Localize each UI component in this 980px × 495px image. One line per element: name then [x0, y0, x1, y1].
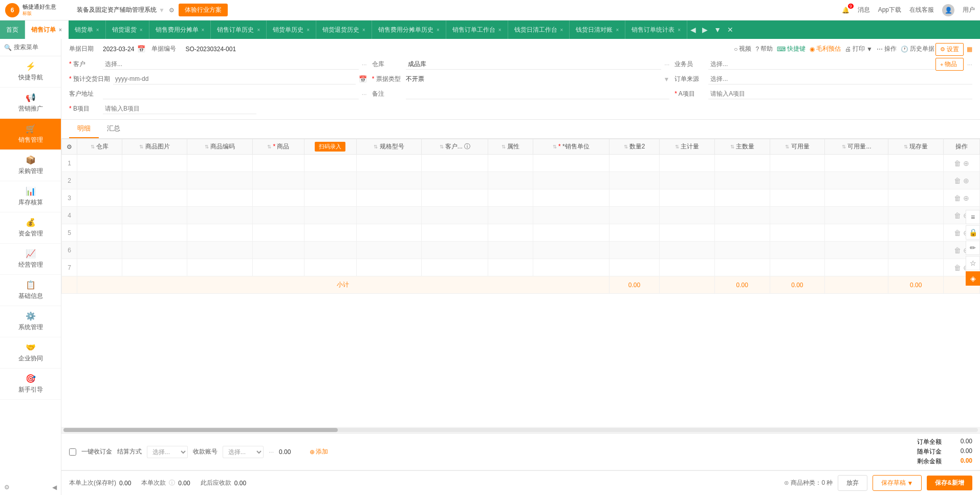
- row2-copy-btn[interactable]: ⊕: [963, 177, 969, 185]
- sidebar-item-finance[interactable]: 💰 资金管理: [0, 212, 61, 244]
- delivery-calendar-icon[interactable]: 📅: [359, 75, 367, 83]
- th-gear[interactable]: ⚙: [62, 139, 77, 155]
- tab-close-cash-workbench[interactable]: ×: [560, 27, 563, 33]
- tab-delivery-history[interactable]: 销货单历史 ×: [267, 20, 316, 39]
- row1-code[interactable]: [187, 155, 253, 172]
- row1-spec[interactable]: [356, 155, 422, 172]
- row1-name[interactable]: [252, 155, 304, 172]
- tab-nav-left[interactable]: ◀: [687, 26, 699, 34]
- row2-warehouse[interactable]: [77, 172, 122, 189]
- b-project-input[interactable]: [103, 103, 256, 114]
- tab-return[interactable]: 销货退货 ×: [106, 20, 149, 39]
- tab-close-reconcile[interactable]: ×: [616, 27, 619, 33]
- view-btn[interactable]: ○ 视频: [734, 45, 751, 53]
- float-btn-list[interactable]: ≡: [966, 210, 980, 224]
- row2-main-qty[interactable]: [714, 172, 770, 189]
- history-btn[interactable]: 🕐 历史单据: [901, 45, 934, 53]
- row2-customer-code[interactable]: [422, 172, 488, 189]
- tab-close-fee-history[interactable]: ×: [437, 27, 440, 33]
- profit-btn[interactable]: ◉ 毛利预估: [810, 45, 841, 53]
- notice-area[interactable]: 🔔 9: [842, 7, 850, 14]
- row1-customer-code[interactable]: [422, 155, 488, 172]
- discard-button[interactable]: 放弃: [838, 475, 867, 491]
- tab-close-fee-split[interactable]: ×: [202, 27, 205, 33]
- scan-button[interactable]: 扫码录入: [315, 142, 345, 152]
- row2-attr[interactable]: [488, 172, 533, 189]
- sidebar-item-purchase[interactable]: 📦 采购管理: [0, 150, 61, 181]
- sidebar-item-marketing[interactable]: 📢 营销推广: [0, 88, 61, 119]
- row5-delete-btn[interactable]: 🗑: [954, 229, 961, 237]
- customer-input[interactable]: [103, 59, 359, 70]
- settings-button[interactable]: ⚙ 设置: [935, 43, 964, 56]
- sidebar-item-system[interactable]: ⚙️ 系统管理: [0, 306, 61, 337]
- row3-copy-btn[interactable]: ⊕: [963, 194, 969, 202]
- tab-return-history[interactable]: 销货退货历史 ×: [316, 20, 372, 39]
- table-scrollbar[interactable]: [61, 427, 980, 433]
- ticket-dropdown-icon[interactable]: ▼: [663, 76, 669, 83]
- float-btn-special[interactable]: ◈: [966, 271, 980, 286]
- tab-close-sales-order[interactable]: ×: [59, 27, 62, 33]
- staff-dots[interactable]: ···: [967, 61, 972, 68]
- row2-delete-btn[interactable]: 🗑: [954, 177, 961, 185]
- address-dots[interactable]: ···: [362, 91, 367, 98]
- staff-input[interactable]: [708, 59, 964, 70]
- row7-delete-btn[interactable]: 🗑: [954, 264, 961, 272]
- row2-unit[interactable]: [533, 172, 609, 189]
- sidebar-settings-icon[interactable]: ⚙: [4, 484, 10, 491]
- tab-nav-right[interactable]: ▶: [699, 26, 711, 34]
- row2-code[interactable]: [187, 172, 253, 189]
- float-btn-lock[interactable]: 🔒: [966, 225, 980, 240]
- th-scan[interactable]: 扫码录入: [304, 139, 356, 155]
- sidebar-item-quicknav[interactable]: ⚡ 快捷导航: [0, 56, 61, 88]
- tab-cash-workbench[interactable]: 钱货日清工作台 ×: [508, 20, 570, 39]
- settlement-select[interactable]: 选择...: [147, 446, 188, 458]
- tab-order-history[interactable]: 销售订单历史 ×: [211, 20, 267, 39]
- row2-qty2[interactable]: [609, 172, 660, 189]
- row3-delete-btn[interactable]: 🗑: [954, 194, 961, 202]
- row1-copy-btn[interactable]: ⊕: [963, 159, 969, 167]
- float-btn-edit[interactable]: ✏: [966, 241, 980, 255]
- row4-delete-btn[interactable]: 🗑: [954, 211, 961, 220]
- row1-unit[interactable]: [533, 155, 609, 172]
- tab-sales-delivery[interactable]: 销货单 ×: [69, 20, 106, 39]
- tab-close-sales-delivery[interactable]: ×: [96, 27, 99, 33]
- tab-close-workbench[interactable]: ×: [498, 27, 502, 33]
- tab-close-return-history[interactable]: ×: [362, 27, 365, 33]
- industry-button[interactable]: 体验行业方案: [179, 4, 228, 16]
- tab-close-stats[interactable]: ×: [678, 27, 681, 33]
- tab-nav-close[interactable]: ✕: [724, 26, 736, 34]
- sidebar-item-base[interactable]: 📋 基础信息: [0, 275, 61, 306]
- tab-close-order-history[interactable]: ×: [257, 27, 260, 33]
- sidebar-search[interactable]: 🔍 搜索菜单: [0, 39, 61, 56]
- account-dots[interactable]: ···: [269, 448, 274, 456]
- tab-reconcile[interactable]: 钱货日清对账 ×: [570, 20, 625, 39]
- row1-delete-btn[interactable]: 🗑: [954, 159, 961, 167]
- one-key-checkbox[interactable]: [69, 448, 76, 456]
- tab-home[interactable]: 首页: [0, 20, 25, 39]
- scroll-track[interactable]: [63, 428, 978, 432]
- save-draft-button[interactable]: 保存草稿 ▼: [873, 475, 922, 491]
- row3-warehouse[interactable]: [77, 189, 122, 207]
- float-btn-star[interactable]: ☆: [966, 256, 980, 270]
- row1-warehouse[interactable]: [77, 155, 122, 172]
- tab-fee-split[interactable]: 销售费用分摊单 ×: [149, 20, 211, 39]
- sidebar-item-collab[interactable]: 🤝 企业协同: [0, 337, 61, 369]
- sidebar-item-guide[interactable]: 🎯 新手引导: [0, 369, 61, 400]
- delivery-input[interactable]: [113, 74, 356, 84]
- scroll-thumb[interactable]: [63, 428, 338, 432]
- tab-sales-order[interactable]: 销售订单 ×: [25, 20, 69, 39]
- tab-fee-history[interactable]: 销售费用分摊单历史 ×: [372, 20, 446, 39]
- save-new-button[interactable]: 保存&新增: [927, 476, 972, 490]
- tab-summary[interactable]: 汇总: [99, 120, 128, 138]
- tab-workbench[interactable]: 销售订单工作台 ×: [446, 20, 508, 39]
- order-source-input[interactable]: [708, 74, 972, 84]
- row2-name[interactable]: [252, 172, 304, 189]
- sidebar-collapse-btn[interactable]: ◀: [52, 484, 57, 491]
- row1-main-qty[interactable]: [714, 155, 770, 172]
- save-draft-dropdown-icon[interactable]: ▼: [907, 480, 913, 487]
- warehouse-input[interactable]: [406, 59, 662, 70]
- a-project-input[interactable]: [708, 89, 972, 99]
- remark-input[interactable]: [406, 89, 670, 99]
- operation-btn[interactable]: ⋯ 操作: [877, 45, 897, 53]
- add-payment-btn[interactable]: ⊕ 添加: [310, 447, 328, 456]
